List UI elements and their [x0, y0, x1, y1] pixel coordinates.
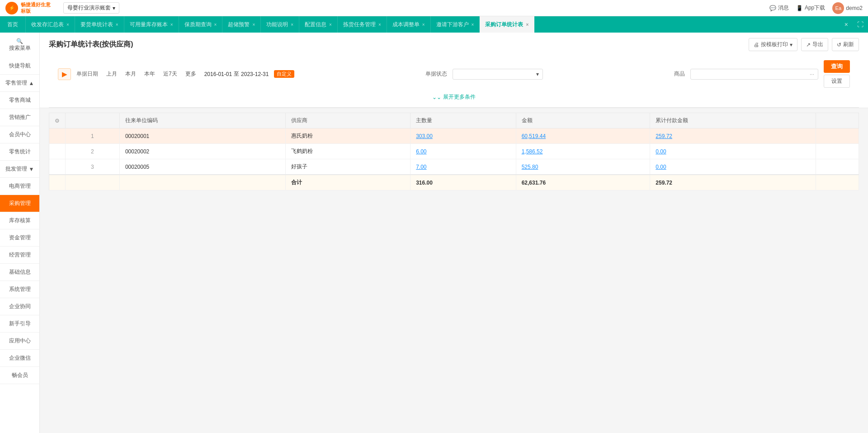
td-main-qty[interactable]: 303.00 — [410, 128, 516, 144]
shortcut-7days[interactable]: 近7天 — [160, 69, 180, 79]
sidebar-item-operations[interactable]: 经营管理 — [0, 247, 39, 264]
date-filter-label: 单据日期 — [76, 70, 98, 78]
sidebar-item-system[interactable]: 系统管理 — [0, 281, 39, 298]
print-button[interactable]: 🖨 按模板打印 ▾ — [749, 38, 797, 51]
sidebar-item-purchase[interactable]: 采购管理 — [0, 195, 39, 212]
td-amount[interactable]: 525.80 — [516, 159, 650, 175]
shortcut-more[interactable]: 更多 — [183, 69, 199, 79]
sidebar-item-wholesale[interactable]: 批发管理 ▼ — [0, 161, 39, 178]
top-bar-right: 💬 消息 📱 App下载 Ea demo2 — [769, 2, 863, 14]
collapse-icon: ▶ — [62, 71, 67, 78]
close-tab-receive-summary[interactable]: × — [66, 22, 69, 27]
td-index: 1 — [66, 128, 120, 144]
tab-cost-adjust[interactable]: 成本调整单 × — [387, 16, 431, 33]
tf-main-qty: 316.00 — [410, 175, 516, 190]
tab-pickup-task[interactable]: 拣货任务管理 × — [338, 16, 387, 33]
shortcut-last-month[interactable]: 上月 — [104, 69, 120, 79]
td-supplier-name: 好孩子 — [285, 159, 410, 175]
app-download-button[interactable]: 📱 App下载 — [796, 4, 825, 12]
chevron-down-icon: ⌄⌄ — [432, 94, 441, 100]
settings-button[interactable]: 设置 — [824, 75, 850, 88]
sidebar-item-enterprise-collab[interactable]: 企业协同 — [0, 298, 39, 315]
refresh-icon: ↺ — [837, 42, 841, 48]
sidebar-item-quick-nav[interactable]: 快捷导航 — [0, 57, 39, 75]
sidebar-item-enterprise-wechat[interactable]: 企业微信 — [0, 350, 39, 367]
td-amount[interactable]: 60,519.44 — [516, 128, 650, 144]
sidebar-item-ecommerce[interactable]: 电商管理 — [0, 178, 39, 195]
tab-invite-downstream[interactable]: 邀请下游客户 × — [431, 16, 480, 33]
td-amount[interactable]: 1,586.52 — [516, 144, 650, 159]
user-profile[interactable]: Ea demo2 — [832, 2, 863, 14]
expand-tabs-button[interactable]: ⛶ — [853, 21, 868, 28]
td-paid-amount[interactable]: 0.00 — [650, 144, 816, 159]
sidebar-item-finance[interactable]: 资金管理 — [0, 229, 39, 247]
tab-order-summary[interactable]: 要货单统计表 × — [75, 16, 124, 33]
td-paid-amount[interactable]: 259.72 — [650, 128, 816, 144]
status-select[interactable]: ▾ — [453, 69, 543, 80]
close-tab-order-summary[interactable]: × — [116, 22, 118, 27]
message-icon: 💬 — [769, 5, 776, 11]
tab-config-info[interactable]: 配置信息 × — [299, 16, 338, 33]
sidebar-item-basic-info[interactable]: 基础信息 — [0, 264, 39, 281]
refresh-button[interactable]: ↺ 刷新 — [832, 38, 859, 51]
tab-purchase-summary[interactable]: 采购订单统计表 × — [480, 16, 534, 33]
page-header: 采购订单统计表(按供应商) 🖨 按模板打印 ▾ ↗ 导出 ↺ 刷新 — [40, 33, 868, 108]
td-paid-amount[interactable]: 0.00 — [650, 159, 816, 175]
goods-more-button[interactable]: ··· — [810, 71, 814, 77]
td-supplier-code: 00020002 — [119, 144, 285, 159]
sidebar-item-marketing[interactable]: 营销推广 — [0, 109, 39, 126]
expand-more-button[interactable]: ⌄⌄ 展开更多条件 — [432, 93, 476, 101]
td-main-qty[interactable]: 7.00 — [410, 159, 516, 175]
top-bar: ⚡ 畅捷通好生意 标版 母婴行业演示账套 ▾ 💬 消息 📱 App下载 Ea d… — [0, 0, 868, 16]
goods-input[interactable]: ··· — [690, 69, 819, 80]
message-button[interactable]: 💬 消息 — [769, 4, 789, 12]
sidebar-item-member2[interactable]: 畅会员 — [0, 367, 39, 384]
query-buttons: 查询 设置 — [824, 60, 850, 88]
close-tab-available-stock[interactable]: × — [170, 22, 173, 27]
sidebar-item-inventory[interactable]: 库存核算 — [0, 212, 39, 229]
tab-warranty[interactable]: 保质期查询 × — [179, 16, 223, 33]
column-settings-icon[interactable]: ⚙ — [55, 118, 60, 124]
close-tab-config-info[interactable]: × — [329, 22, 332, 27]
tab-overstock[interactable]: 超储预警 × — [222, 16, 261, 33]
sidebar-item-retail[interactable]: 零售管理 ▲ — [0, 75, 39, 92]
sidebar-item-retail-shop[interactable]: 零售商城 — [0, 92, 39, 109]
sidebar-item-app-center[interactable]: 应用中心 — [0, 333, 39, 350]
tab-receive-summary[interactable]: 收发存汇总表 × — [26, 16, 75, 33]
account-selector[interactable]: 母婴行业演示账套 ▾ — [63, 2, 119, 14]
tab-function-desc[interactable]: 功能说明 × — [261, 16, 299, 33]
close-tab-overstock[interactable]: × — [252, 22, 255, 27]
page-actions: 🖨 按模板打印 ▾ ↗ 导出 ↺ 刷新 — [749, 38, 859, 51]
tf-settings — [49, 175, 66, 190]
shortcut-this-year[interactable]: 本年 — [142, 69, 158, 79]
sidebar-search[interactable]: 🔍 搜索菜单 — [0, 33, 39, 57]
close-all-tabs-button[interactable]: × — [840, 21, 853, 28]
sidebar-item-new-guide[interactable]: 新手引导 — [0, 315, 39, 333]
td-extra — [816, 159, 859, 175]
td-index: 3 — [66, 159, 120, 175]
page-title-bar: 采购订单统计表(按供应商) 🖨 按模板打印 ▾ ↗ 导出 ↺ 刷新 — [49, 38, 859, 51]
close-tab-purchase-summary[interactable]: × — [526, 22, 528, 27]
close-tab-pickup-task[interactable]: × — [378, 22, 381, 27]
close-tab-cost-adjust[interactable]: × — [422, 22, 425, 27]
tf-supplier-name: 合计 — [285, 175, 410, 190]
sidebar-item-member[interactable]: 会员中心 — [0, 126, 39, 143]
td-extra — [816, 144, 859, 159]
logo-area: ⚡ 畅捷通好生意 标版 — [5, 2, 51, 14]
app-icon: 📱 — [796, 5, 803, 11]
main-layout: 🔍 搜索菜单 快捷导航 零售管理 ▲ 零售商城 营销推广 会员中心 零售统计 批… — [0, 33, 868, 433]
query-button[interactable]: 查询 — [824, 60, 850, 73]
th-extra — [816, 113, 859, 128]
tab-available-stock[interactable]: 可用量库存账本 × — [124, 16, 179, 33]
close-tab-invite-downstream[interactable]: × — [472, 22, 474, 27]
sidebar-item-retail-stats[interactable]: 零售统计 — [0, 143, 39, 161]
shortcut-this-month[interactable]: 本月 — [123, 69, 139, 79]
td-supplier-name: 惠氏奶粉 — [285, 128, 410, 144]
date-range: 2016-01-01 至 2023-12-31 — [204, 70, 269, 78]
close-tab-warranty[interactable]: × — [214, 22, 217, 27]
export-button[interactable]: ↗ 导出 — [801, 38, 828, 51]
td-main-qty[interactable]: 6.00 — [410, 144, 516, 159]
tab-home[interactable]: 首页 — [0, 16, 26, 33]
collapse-toggle[interactable]: ▶ — [58, 68, 71, 80]
close-tab-function-desc[interactable]: × — [291, 22, 293, 27]
